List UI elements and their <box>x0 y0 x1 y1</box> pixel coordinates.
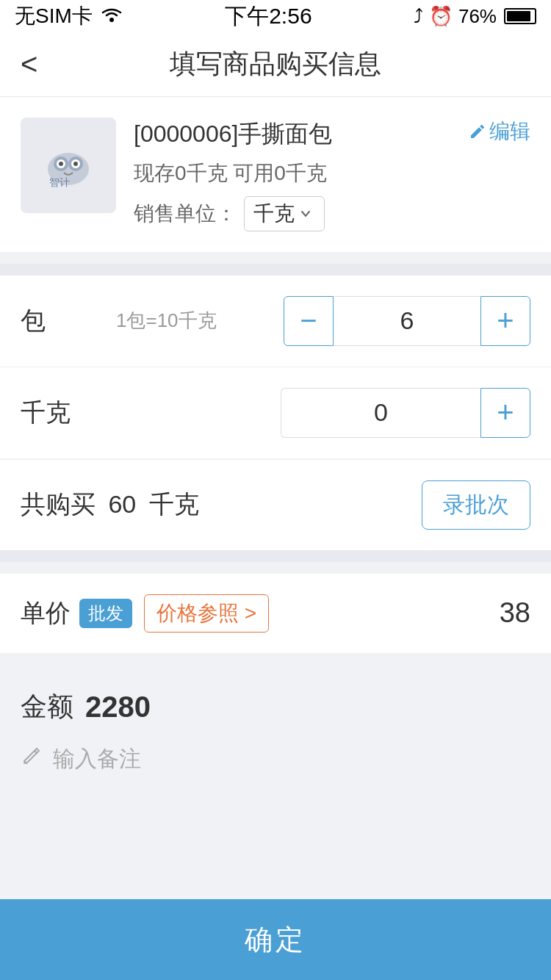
total-row: 共购买 60 千克 录批次 <box>0 459 551 550</box>
bag-quantity-input[interactable] <box>334 296 480 346</box>
product-card: 智计 [0000006]手撕面包 编辑 现存0千克 可用0千克 销售单位： 千克 <box>0 97 551 252</box>
amount-section: 金额 2280 输入备注 <box>0 654 551 795</box>
total-amount: 60 <box>108 490 136 518</box>
battery-percent: 76% <box>458 5 497 28</box>
kg-input-row: 千克 + <box>0 367 551 459</box>
product-logo-icon: 智计 <box>39 143 98 187</box>
kg-quantity-control: + <box>281 388 530 438</box>
section-divider-1 <box>0 264 551 275</box>
price-label: 单价 <box>21 597 71 630</box>
bag-minus-button[interactable]: − <box>284 296 334 346</box>
product-unit-row: 销售单位： 千克 <box>134 196 530 231</box>
confirm-button[interactable]: 确定 <box>0 899 551 980</box>
product-thumbnail: 智计 <box>21 118 116 213</box>
price-section: 单价 批发 价格参照 > 38 <box>0 574 551 654</box>
product-header: [0000006]手撕面包 编辑 <box>134 118 530 151</box>
batch-button[interactable]: 录批次 <box>422 480 530 530</box>
note-row[interactable]: 输入备注 <box>21 732 530 795</box>
product-stock: 现存0千克 可用0千克 <box>134 159 530 187</box>
product-name: [0000006]手撕面包 <box>134 118 332 151</box>
bag-label: 包 <box>21 304 109 338</box>
input-section: 包 1包=10千克 − + 千克 + <box>0 275 551 459</box>
amount-row: 金额 2280 <box>21 674 530 732</box>
status-time: 下午2:56 <box>225 1 311 32</box>
battery-icon <box>504 8 536 24</box>
status-signal: 无SIM卡 <box>15 2 123 30</box>
alarm-icon: ⏰ <box>429 5 453 28</box>
price-type-tag: 批发 <box>79 599 132 628</box>
content: 智计 [0000006]手撕面包 编辑 现存0千克 可用0千克 销售单位： 千克 <box>0 97 551 883</box>
kg-plus-button[interactable]: + <box>480 388 530 438</box>
product-info: [0000006]手撕面包 编辑 现存0千克 可用0千克 销售单位： 千克 <box>134 118 530 231</box>
svg-point-6 <box>59 162 63 166</box>
price-reference-button[interactable]: 价格参照 > <box>144 594 269 633</box>
amount-label: 金额 <box>21 689 73 725</box>
confirm-label: 确定 <box>245 921 306 959</box>
back-button[interactable]: < <box>21 48 37 81</box>
page-title: 填写商品购买信息 <box>170 46 381 82</box>
pencil-icon <box>21 745 43 773</box>
status-bar: 无SIM卡 下午2:56 ⤴ ⏰ 76% <box>0 0 551 32</box>
signal-text: 无SIM卡 <box>15 2 93 30</box>
nav-bar: < 填写商品购买信息 <box>0 32 551 97</box>
total-text: 共购买 60 千克 <box>21 488 199 522</box>
edit-button[interactable]: 编辑 <box>469 118 530 145</box>
bag-input-row: 包 1包=10千克 − + <box>0 275 551 367</box>
amount-value: 2280 <box>85 691 151 724</box>
bag-plus-button[interactable]: + <box>480 296 530 346</box>
section-divider-2 <box>0 550 551 562</box>
unit-select[interactable]: 千克 <box>244 196 325 231</box>
price-value: 38 <box>500 597 530 629</box>
kg-label: 千克 <box>21 396 109 430</box>
svg-text:智计: 智计 <box>49 176 70 187</box>
location-icon: ⤴ <box>414 5 423 28</box>
edit-icon <box>469 123 486 140</box>
wifi-icon <box>100 4 123 28</box>
svg-point-7 <box>73 162 78 166</box>
status-right: ⤴ ⏰ 76% <box>414 5 536 28</box>
bag-quantity-control: − + <box>284 296 530 346</box>
note-placeholder: 输入备注 <box>53 744 141 774</box>
dropdown-icon <box>299 207 312 220</box>
kg-quantity-input[interactable] <box>281 388 480 438</box>
svg-point-0 <box>109 18 114 22</box>
bag-sublabel: 1包=10千克 <box>116 308 217 334</box>
